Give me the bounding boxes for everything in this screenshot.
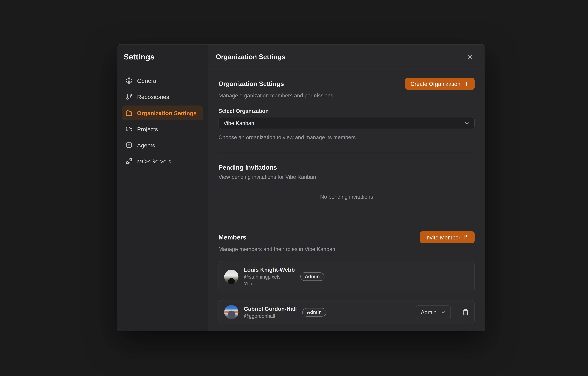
chevron-down-icon (464, 120, 470, 126)
sidebar-item-label: MCP Servers (137, 158, 171, 165)
member-name: Louis Knight-Webb (244, 267, 295, 273)
sidebar-title: Settings (124, 52, 155, 61)
remove-member-button[interactable] (462, 309, 469, 315)
sidebar-item-label: Projects (137, 125, 158, 132)
plus-icon (463, 81, 469, 87)
sidebar-item-projects[interactable]: Projects (122, 122, 203, 136)
member-row-gabriel: Gabriel Gordon-Hall @ggordonhall Admin A… (218, 300, 475, 324)
section-divider (218, 153, 475, 153)
members-title: Members (218, 234, 246, 241)
avatar (224, 270, 238, 284)
pending-invitations-subtitle: View pending invitations for Vibe Kanban (218, 174, 475, 180)
settings-dialog: Settings Organization Settings General (117, 44, 485, 331)
sidebar-item-general[interactable]: General (122, 73, 203, 88)
sidebar-item-label: Organization Settings (137, 110, 197, 116)
org-section-title: Organization Settings (218, 80, 284, 87)
sidebar-item-label: Agents (137, 142, 155, 148)
role-select[interactable]: Admin (416, 305, 451, 319)
settings-sidebar: General Repositories Organization Settin… (117, 69, 208, 331)
dialog-header: Organization Settings (208, 44, 485, 69)
building-icon (126, 109, 133, 116)
pending-invitations-empty: No pending invitations (218, 194, 475, 200)
member-list: Louis Knight-Webb @stunningpixels You Ad… (218, 261, 475, 331)
create-organization-label: Create Organization (411, 81, 460, 87)
pending-invitations-title: Pending Invitations (218, 164, 475, 171)
git-branch-icon (126, 93, 133, 100)
member-handle: @ggordonhall (244, 313, 297, 319)
sidebar-item-agents[interactable]: Agents (122, 138, 203, 152)
sidebar-item-mcp-servers[interactable]: MCP Servers (122, 154, 203, 168)
org-section-subtitle: Manage organization members and permissi… (218, 93, 475, 99)
organization-select[interactable]: Vibe Kanban (218, 117, 475, 129)
cpu-icon (126, 142, 133, 148)
user-plus-icon (463, 234, 469, 240)
close-icon (467, 53, 473, 60)
member-handle: @stunningpixels (244, 274, 295, 280)
select-organization-label: Select Organization (218, 108, 475, 114)
avatar (224, 305, 238, 319)
sidebar-item-label: Repositories (137, 94, 169, 100)
sidebar-header: Settings (117, 44, 208, 69)
cloud-icon (126, 125, 133, 132)
organization-select-value: Vibe Kanban (224, 120, 464, 126)
page-background: Settings Organization Settings General (0, 0, 588, 376)
invite-member-button[interactable]: Invite Member (420, 231, 475, 243)
close-button[interactable] (465, 52, 475, 61)
plug-icon (126, 158, 133, 165)
member-name: Gabriel Gordon-Hall (244, 306, 297, 312)
members-subtitle: Manage members and their roles in Vibe K… (218, 246, 475, 252)
dialog-title: Organization Settings (216, 53, 465, 61)
role-select-value: Admin (421, 309, 437, 315)
member-you-note: You (244, 281, 295, 287)
trash-icon (462, 309, 469, 315)
role-badge: Admin (302, 308, 326, 316)
organization-settings-panel: Organization Settings Create Organizatio… (208, 69, 485, 331)
member-row-louis: Louis Knight-Webb @stunningpixels You Ad… (218, 261, 475, 292)
sidebar-item-label: General (137, 77, 158, 84)
organization-select-help: Choose an organization to view and manag… (218, 134, 475, 140)
invite-member-label: Invite Member (425, 234, 460, 240)
sidebar-item-repositories[interactable]: Repositories (122, 89, 203, 104)
create-organization-button[interactable]: Create Organization (405, 78, 475, 90)
gear-icon (126, 77, 133, 84)
chevron-down-icon (440, 309, 446, 315)
section-divider (218, 221, 475, 221)
role-badge: Admin (300, 272, 324, 281)
sidebar-item-organization-settings[interactable]: Organization Settings (122, 105, 203, 120)
